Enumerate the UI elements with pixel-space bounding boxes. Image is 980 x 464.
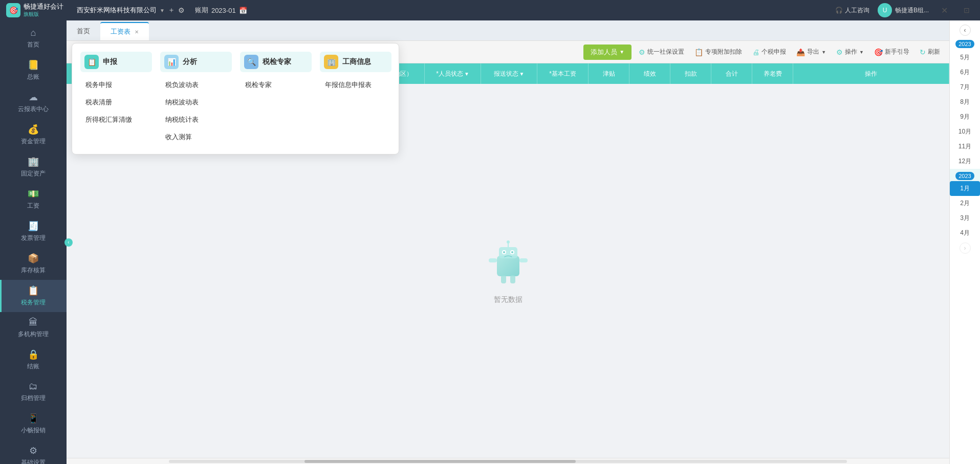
menu-item-tax-payment-fluctuation[interactable]: 纳税波动表 [160,94,232,111]
svg-rect-9 [510,275,515,283]
topbar-right: 🎧 人工咨询 U 畅捷通B组... ✕ ⊡ [835,3,974,17]
newbie-action[interactable]: 🎯 新手引导 [871,46,912,58]
th-allowance: 津贴 [589,63,629,84]
dropdown-section-tax-expert: 🔍 税检专家 税检专家 [240,52,312,146]
refresh-action[interactable]: ↻ 刷新 [917,46,943,58]
calendar-icon[interactable]: 📅 [239,7,247,14]
sidebar-label-settings: 基础设置 [21,458,46,464]
sidebar-item-ledger[interactable]: 📒 总账 [0,54,67,86]
window-close-button[interactable]: ✕ [937,3,951,17]
th-status-filter-icon[interactable]: ▼ [464,71,469,77]
sidebar-item-assets[interactable]: 🏢 固定资产 [0,151,67,183]
sidebar-item-close-accounts[interactable]: 🔒 结账 [0,344,67,376]
tax-declare-action[interactable]: 🖨 个税申报 [749,46,789,58]
menu-item-tax-check-expert[interactable]: 税检专家 [240,76,312,94]
export-icon: 📤 [796,48,805,56]
scrollbar-thumb[interactable] [304,460,576,463]
calendar-month-2[interactable]: 2月 [950,196,980,211]
sidebar: ⌂ 首页 📒 总账 ☁ 云报表中心 💰 资金管理 🏢 固定资产 💵 工资 🧾 发… [0,20,67,464]
period-value: 2023-01 [211,7,236,14]
section-title-business-info: 工商信息 [342,57,371,67]
tax-declare-label: 个税申报 [761,48,786,56]
export-action[interactable]: 📤 导出 ▼ [793,46,829,58]
newbie-label: 新手引导 [885,48,909,56]
menu-item-tax-stats[interactable]: 纳税统计表 [160,111,232,128]
sidebar-label-multi: 多机构管理 [18,330,49,339]
dropdown-sections: 📋 申报 税务申报 税表清册 所得税汇算清缴 📊 分析 税负波动表 纳税波动表 … [80,52,390,146]
tab-home[interactable]: 首页 [67,22,100,40]
sidebar-item-salary[interactable]: 💵 工资 [0,183,67,215]
user-area[interactable]: U 畅捷通B组... [878,3,929,17]
company-dropdown-arrow[interactable]: ▼ [160,8,165,13]
sidebar-item-xiaochang[interactable]: 📱 小畅报销 [0,408,67,440]
calendar-month-11[interactable]: 11月 [950,139,980,154]
tab-bar: 首页 工资表 ✕ [67,20,949,41]
th-report-status[interactable]: 报送状态 ▼ [481,63,537,84]
th-report-status-filter-icon[interactable]: ▼ [519,71,525,77]
calendar-month-10[interactable]: 10月 [950,124,980,139]
horizontal-scrollbar[interactable] [67,458,949,464]
th-total: 合计 [711,63,752,84]
newbie-icon: 🎯 [874,48,883,56]
menu-item-tax-declare[interactable]: 税务申报 [80,76,152,94]
calendar-year-badge-2023: 2023 [955,172,974,180]
add-company-icon[interactable]: ＋ [168,6,175,15]
avatar: U [878,3,892,17]
calendar-month-12[interactable]: 12月 [950,154,980,169]
social-security-icon: ⚙ [639,48,645,56]
calendar-year-badge: 2023 [955,40,974,48]
sidebar-collapse-button[interactable]: ‹ [64,238,73,247]
calendar-month-8[interactable]: 8月 [950,95,980,109]
calendar-next-year-button[interactable]: › [960,242,971,254]
sidebar-label-assets: 固定资产 [21,169,46,178]
menu-item-tax-clear[interactable]: 税表清册 [80,94,152,111]
menu-item-income-tax-clear[interactable]: 所得税汇算清缴 [80,111,152,128]
calendar-month-4[interactable]: 4月 [950,226,980,240]
export-dropdown-arrow: ▼ [821,50,826,55]
calendar-month-7[interactable]: 7月 [950,80,980,95]
tab-salary-table[interactable]: 工资表 ✕ [100,22,149,40]
calendar-month-1[interactable]: 1月 [950,181,980,196]
sidebar-item-funds[interactable]: 💰 资金管理 [0,119,67,151]
tab-close-icon[interactable]: ✕ [135,29,139,35]
service-button[interactable]: 🎧 人工咨询 [835,6,869,15]
sidebar-item-tax[interactable]: 📋 税务管理 [0,280,67,312]
calendar-month-6[interactable]: 6月 [950,65,980,80]
sidebar-label-tax: 税务管理 [21,298,46,307]
tax-dropdown-menu: 📋 申报 税务申报 税表清册 所得税汇算清缴 📊 分析 税负波动表 纳税波动表 … [72,43,399,154]
add-person-button[interactable]: 添加人员 ▼ [583,45,631,60]
sidebar-item-invoice[interactable]: 🧾 发票管理 [0,215,67,248]
calendar-month-5[interactable]: 5月 [950,50,980,65]
th-pension: 养老费 [752,63,793,84]
sidebar-label-inventory: 库存核算 [21,266,46,275]
menu-item-income-estimate[interactable]: 收入测算 [160,128,232,146]
th-performance-label: 绩效 [644,70,656,78]
logo-icon: 🎯 [6,3,20,17]
settings-sidebar-icon: ⚙ [29,445,37,456]
cloud-icon: ☁ [29,92,38,103]
sidebar-item-multi[interactable]: 🏛 多机构管理 [0,312,67,344]
operation-action[interactable]: ⚙ 操作 ▼ [833,46,867,58]
menu-item-tax-fluctuation[interactable]: 税负波动表 [160,76,232,94]
calendar-prev-year-button[interactable]: ‹ [960,25,971,36]
sidebar-item-settings[interactable]: ⚙ 基础设置 [0,440,67,464]
settings-icon[interactable]: ⚙ [178,6,185,14]
company-selector[interactable]: 西安虾米网络科技有限公司 ▼ ＋ ⚙ [77,6,185,15]
business-info-section-icon: 🏢 [324,55,338,69]
section-header-analysis: 📊 分析 [160,52,232,72]
refresh-icon: ↻ [920,48,926,56]
sidebar-item-cloud[interactable]: ☁ 云报表中心 [0,86,67,119]
window-maximize-button[interactable]: ⊡ [960,3,974,17]
special-deduct-action[interactable]: 📋 专项附加扣除 [691,46,745,58]
sidebar-item-inventory[interactable]: 📦 库存核算 [0,248,67,280]
sidebar-item-home[interactable]: ⌂ 首页 [0,23,67,54]
menu-item-annual-report[interactable]: 年报信息申报表 [320,76,391,94]
svg-point-5 [511,251,513,253]
sidebar-item-archive[interactable]: 🗂 归档管理 [0,376,67,408]
operation-dropdown-arrow: ▼ [859,50,864,55]
calendar-month-3[interactable]: 3月 [950,211,980,226]
section-title-tax-expert: 税检专家 [263,57,291,67]
social-security-action[interactable]: ⚙ 统一社保设置 [636,46,687,58]
calendar-month-9[interactable]: 9月 [950,109,980,124]
th-status[interactable]: *人员状态 ▼ [425,63,481,84]
